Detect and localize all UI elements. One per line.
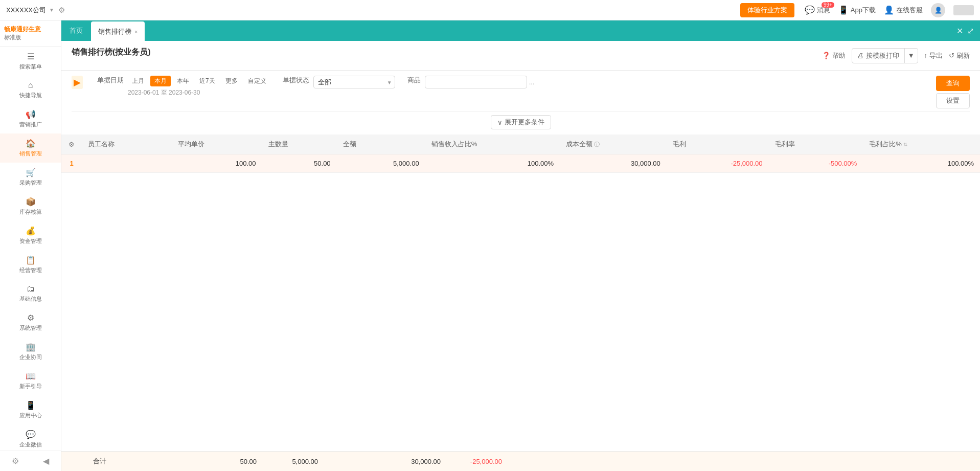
expand-conditions-btn[interactable]: ∨ 展开更多条件 — [491, 115, 551, 129]
sidebar-logo: 畅康通好生意 标准版 — [0, 20, 61, 47]
nav-icon-inventory: 📦 — [26, 197, 36, 207]
date-tab-more[interactable]: 更多 — [221, 76, 242, 86]
tab-label: 销售排行榜 — [98, 27, 131, 36]
nav-label-marketing: 营销推广 — [19, 121, 42, 128]
nav-icon-guide: 📖 — [26, 371, 36, 381]
cell-main_qty: 50.00 — [262, 154, 337, 173]
nav-label-appstore: 应用中心 — [19, 412, 42, 419]
service-icon: 👤 — [884, 5, 894, 15]
nav-icon-operation: 📋 — [26, 255, 36, 265]
print-dropdown-btn[interactable]: ▼ — [905, 49, 918, 62]
help-icon: ❓ — [822, 52, 830, 59]
sidebar-item-shortcut[interactable]: ⌂快捷导航 — [0, 76, 61, 104]
nav-icon-shortcut: ⌂ — [28, 81, 33, 90]
tab-home[interactable]: 首页 — [61, 20, 91, 41]
footer-amount: 5,000.00 — [257, 458, 318, 465]
filter-area: ▶ 单据日期 上月 本月 本年 近7天 更多 — [61, 71, 980, 134]
export-icon: ↑ — [924, 52, 928, 59]
sidebar-item-operation[interactable]: 📋经营管理 — [0, 250, 61, 279]
footer-gross: -25,000.00 — [441, 458, 502, 465]
window-expand-btn[interactable]: ⤢ — [967, 26, 974, 36]
sidebar-item-guide[interactable]: 📖新手引导 — [0, 366, 61, 395]
th-settings[interactable]: ⚙ — [61, 134, 82, 154]
sidebar-item-basic[interactable]: 🗂基础信息 — [0, 279, 61, 308]
collapse-icon[interactable]: ◀ — [43, 456, 49, 466]
sidebar-item-inventory[interactable]: 📦库存核算 — [0, 192, 61, 221]
sidebar-item-appstore[interactable]: 📱应用中心 — [0, 395, 61, 424]
gross-pct-sort-icon[interactable]: ⇅ — [903, 142, 907, 147]
th-gross-pct: 毛利占比% ⇅ — [863, 134, 980, 154]
th-amount: 全额 — [337, 134, 425, 154]
sidebar-item-wechat[interactable]: 💬企业微信 — [0, 424, 61, 451]
company-name: XXXXXX公司 — [6, 6, 46, 15]
footer-label: 合计 — [93, 457, 154, 466]
company-selector[interactable]: XXXXXX公司 ▼ — [6, 6, 54, 15]
avatar[interactable]: 👤 — [931, 3, 945, 17]
print-icon: 🖨 — [857, 52, 864, 59]
expand-icon: ∨ — [497, 119, 503, 126]
nav-icon-search: ☰ — [27, 52, 34, 61]
cost-info-icon[interactable]: ⓘ — [594, 141, 600, 148]
industry-btn[interactable]: 体验行业方案 — [740, 3, 794, 17]
sidebar-item-system[interactable]: ⚙系统管理 — [0, 308, 61, 337]
th-cost: 成本全额 ⓘ — [560, 134, 667, 154]
date-tab-this-month[interactable]: 本月 — [150, 76, 171, 86]
cell-gross: -25,000.00 — [667, 154, 769, 173]
sidebar-item-purchase[interactable]: 🛒采购管理 — [0, 163, 61, 192]
nav-icon-wechat: 💬 — [26, 430, 36, 439]
th-avg-price: 平均单价 — [172, 134, 262, 154]
tab-close-btn[interactable]: × — [134, 29, 138, 35]
avatar-icon: 👤 — [935, 7, 942, 14]
filter-collapse-icon[interactable]: ▶ — [72, 76, 83, 89]
goods-more-btn[interactable]: ... — [529, 78, 535, 86]
export-btn[interactable]: ↑ 导出 — [924, 51, 943, 60]
status-label: 单据状态 — [283, 76, 309, 85]
date-tab-custom[interactable]: 自定义 — [244, 76, 270, 86]
nav-label-inventory: 库存核算 — [19, 208, 42, 216]
message-icon: 💬 — [805, 5, 815, 15]
sidebar-item-marketing[interactable]: 📢营销推广 — [0, 104, 61, 133]
gear-icon-top[interactable]: ⚙ — [58, 6, 65, 15]
status-select[interactable]: 全部 审核中 已审核 — [313, 76, 395, 88]
sidebar-item-finance[interactable]: 💰资金管理 — [0, 221, 61, 250]
th-gross: 毛利 — [667, 134, 769, 154]
cell-rank: 1 — [61, 154, 82, 173]
cell-gross_pct: 100.00% — [863, 154, 980, 173]
date-tab-7days[interactable]: 近7天 — [195, 76, 219, 86]
goods-input[interactable] — [425, 76, 527, 88]
table-row: 1100.0050.005,000.00100.00%30,000.00-25,… — [61, 154, 980, 173]
query-btn[interactable]: 查询 — [936, 76, 970, 91]
help-btn[interactable]: ❓ 帮助 — [822, 51, 846, 60]
date-tab-this-year[interactable]: 本年 — [173, 76, 193, 86]
nav-icon-sales: 🏠 — [26, 139, 36, 148]
footer-main-qty: 50.00 — [206, 458, 257, 465]
nav-label-basic: 基础信息 — [19, 295, 42, 303]
nav-icon-corp: 🏢 — [26, 342, 36, 352]
nav-icon-system: ⚙ — [27, 313, 34, 323]
th-name: 员工名称 — [82, 134, 172, 154]
filter-status-group: 单据状态 全部 审核中 已审核 ▼ — [283, 76, 395, 88]
tab-bar: 首页 销售排行榜 × ✕ ⤢ — [61, 20, 980, 41]
table-header-row: ⚙ 员工名称 平均单价 主数量 全额 销售收入占比% 成本全额 ⓘ 毛利 — [61, 134, 980, 154]
table-footer: 合计 50.00 5,000.00 30,000.00 -25,000.00 — [61, 451, 980, 471]
date-label: 单据日期 — [97, 76, 124, 85]
cell-sales_pct: 100.00% — [425, 154, 560, 173]
settings-bottom-icon[interactable]: ⚙ — [12, 456, 19, 466]
tab-sales-ranking[interactable]: 销售排行榜 × — [91, 21, 145, 42]
sidebar-item-sales[interactable]: 🏠销售管理 — [0, 133, 61, 163]
refresh-btn[interactable]: ↺ 刷新 — [949, 51, 970, 60]
footer-cost: 30,000.00 — [379, 458, 441, 465]
window-close-btn[interactable]: ✕ — [956, 26, 963, 36]
online-service-btn[interactable]: 👤 在线客服 — [884, 5, 923, 15]
sidebar-item-search[interactable]: ☰搜索菜单 — [0, 47, 61, 76]
message-btn[interactable]: 💬 消息 99+ — [805, 5, 830, 15]
settings-btn[interactable]: 设置 — [936, 93, 970, 108]
date-tab-prev-month[interactable]: 上月 — [128, 76, 148, 86]
filter-date-group: 单据日期 上月 本月 本年 近7天 更多 自定义 20 — [97, 76, 270, 97]
sidebar-item-corp[interactable]: 🏢企业协同 — [0, 337, 61, 366]
app-download-btn[interactable]: 📱 App下载 — [838, 5, 876, 15]
cell-gross_rate: -500.00% — [769, 154, 863, 173]
cell-cost: 30,000.00 — [560, 154, 667, 173]
company-dropdown-icon: ▼ — [49, 7, 54, 13]
print-btn[interactable]: 🖨 按模板打印 — [852, 49, 905, 63]
